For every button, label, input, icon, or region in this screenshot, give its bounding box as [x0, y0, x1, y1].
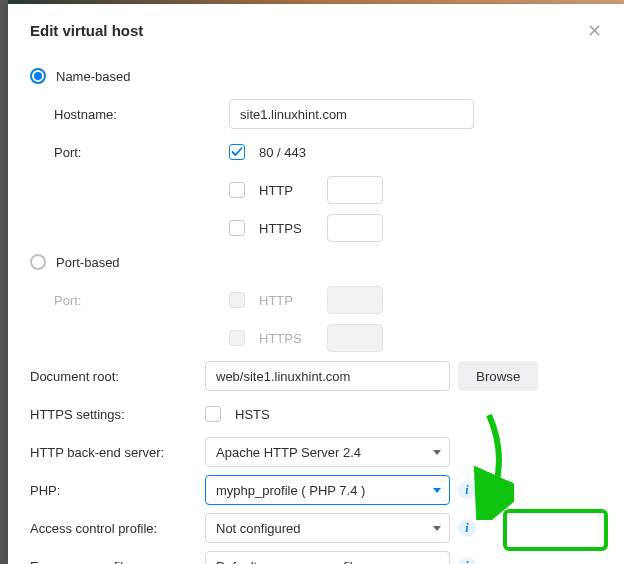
port-80-443-label: 80 / 443 [259, 145, 306, 160]
hsts-label: HSTS [235, 407, 270, 422]
backend-select[interactable]: Apache HTTP Server 2.4 [205, 437, 450, 467]
hostname-input[interactable] [229, 99, 474, 129]
info-icon[interactable]: i [458, 481, 476, 499]
error-label: Error page profile: [30, 559, 205, 565]
http-label: HTTP [259, 183, 307, 198]
port-80-443-checkbox[interactable] [229, 144, 245, 160]
pb-https-port-input [327, 324, 383, 352]
error-value: Default error page profile [216, 559, 360, 565]
check-icon [231, 146, 243, 158]
port-label: Port: [54, 145, 229, 160]
hsts-checkbox[interactable] [205, 406, 221, 422]
close-icon[interactable]: ✕ [587, 22, 602, 40]
info-icon[interactable]: i [458, 557, 476, 564]
port-based-radio[interactable]: Port-based [30, 254, 602, 270]
http-port-input[interactable] [327, 176, 383, 204]
chevron-down-icon [433, 488, 441, 493]
php-value: myphp_profile ( PHP 7.4 ) [216, 483, 365, 498]
php-label: PHP: [30, 483, 205, 498]
http-checkbox[interactable] [229, 182, 245, 198]
document-root-label: Document root: [30, 369, 205, 384]
https-checkbox[interactable] [229, 220, 245, 236]
info-icon[interactable]: i [458, 519, 476, 537]
name-based-label: Name-based [56, 69, 130, 84]
access-select[interactable]: Not configured [205, 513, 450, 543]
https-settings-label: HTTPS settings: [30, 407, 205, 422]
pb-https-label: HTTPS [259, 331, 307, 346]
browse-button[interactable]: Browse [458, 361, 538, 391]
pb-http-label: HTTP [259, 293, 307, 308]
chevron-down-icon [433, 450, 441, 455]
document-root-input[interactable] [205, 361, 450, 391]
port-label-disabled: Port: [54, 293, 229, 308]
pb-http-port-input [327, 286, 383, 314]
port-based-label: Port-based [56, 255, 120, 270]
https-port-input[interactable] [327, 214, 383, 242]
backend-label: HTTP back-end server: [30, 445, 205, 460]
backend-value: Apache HTTP Server 2.4 [216, 445, 361, 460]
chevron-down-icon [433, 526, 441, 531]
edit-virtual-host-dialog: Edit virtual host ✕ Name-based Hostname:… [8, 4, 624, 564]
name-based-radio[interactable]: Name-based [30, 68, 602, 84]
access-value: Not configured [216, 521, 301, 536]
hostname-label: Hostname: [54, 107, 229, 122]
pb-http-checkbox [229, 292, 245, 308]
dialog-title: Edit virtual host [30, 22, 143, 39]
error-select[interactable]: Default error page profile [205, 551, 450, 564]
php-select[interactable]: myphp_profile ( PHP 7.4 ) [205, 475, 450, 505]
https-label: HTTPS [259, 221, 307, 236]
access-label: Access control profile: [30, 521, 205, 536]
pb-https-checkbox [229, 330, 245, 346]
